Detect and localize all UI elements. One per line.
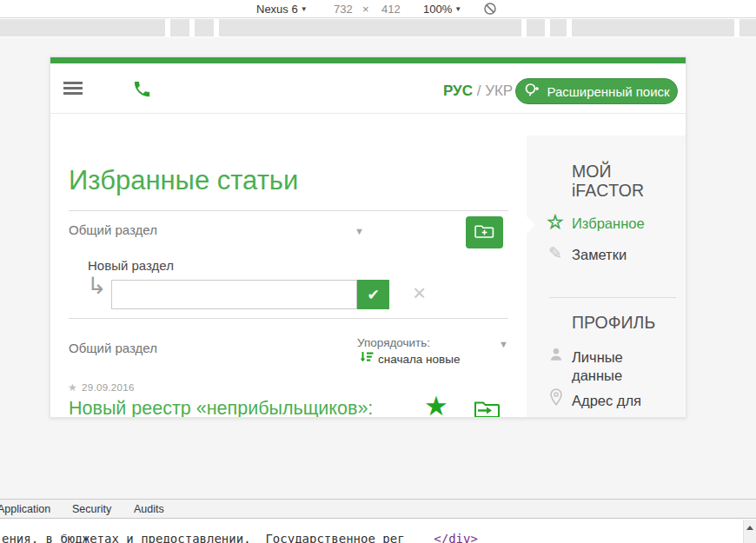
phone-icon[interactable] <box>132 79 152 103</box>
language-switcher: РУС / УКР <box>443 83 513 100</box>
article-date: 29.09.2016 <box>82 382 135 393</box>
brand-top-strip <box>50 57 686 63</box>
add-folder-button[interactable] <box>466 216 503 248</box>
zoom-select[interactable]: 100%▼ <box>423 3 461 16</box>
sort-descending-icon <box>360 350 374 368</box>
media-query-segment[interactable] <box>572 19 734 36</box>
tab-application[interactable]: Application <box>0 503 50 515</box>
section-dropdown-value: Общий раздел <box>69 222 157 237</box>
advanced-search-button[interactable]: Расширенный поиск <box>515 78 678 104</box>
sidebar-item-label: Личные данные <box>572 348 654 384</box>
menu-icon[interactable] <box>63 82 83 97</box>
scroll-up-arrow-icon[interactable] <box>746 526 753 530</box>
device-emulation-canvas: РУС / УКР Расширенный поиск Избранные ст… <box>0 37 756 499</box>
page-title: Избранные статьи <box>69 165 298 196</box>
sidebar-item-favorites[interactable]: ☆ Избранное <box>527 214 686 236</box>
dimension-multiply-label: × <box>362 3 369 16</box>
star-icon: ★ <box>68 381 77 394</box>
media-query-bar <box>0 19 756 36</box>
media-query-segment[interactable] <box>195 19 214 36</box>
media-query-segment[interactable] <box>219 19 521 36</box>
media-query-segment[interactable] <box>550 19 567 36</box>
chevron-down-icon[interactable]: ▼ <box>499 339 508 349</box>
scrollbar[interactable] <box>743 520 756 543</box>
sidebar-item-notes[interactable]: ✎ Заметки <box>527 245 686 268</box>
location-pin-icon <box>549 388 563 410</box>
divider <box>69 318 508 319</box>
closing-tag: </div> <box>434 532 478 543</box>
chevron-down-icon: ▼ <box>301 5 308 13</box>
new-section-label: Новый раздел <box>88 258 174 273</box>
check-icon: ✔ <box>367 286 379 304</box>
web-page: РУС / УКР Расширенный поиск Избранные ст… <box>50 56 686 418</box>
cancel-icon[interactable]: × <box>413 281 426 304</box>
sidebar-item-label: Заметки <box>572 247 627 263</box>
chevron-down-icon: ▼ <box>355 226 364 236</box>
viewport-width-field[interactable]: 732 <box>334 3 353 16</box>
confirm-button[interactable]: ✔ <box>357 280 389 309</box>
sidebar-item-label: Избранное <box>572 215 645 232</box>
device-toolbar: Nexus 6▼ 732 × 412 100%▼ <box>0 0 756 18</box>
divider <box>69 210 508 211</box>
lang-ukr-link[interactable]: УКР <box>485 83 513 99</box>
viewport-height-field[interactable]: 412 <box>381 3 401 16</box>
sort-label: Упорядочить: <box>357 336 430 349</box>
sidebar-my-header: МОЙ iFACTOR <box>572 162 644 201</box>
article-date-row: ★29.09.2016 <box>68 381 135 394</box>
person-icon <box>548 347 564 366</box>
sidebar-profile-header: ПРОФИЛЬ <box>572 313 655 332</box>
lang-rus-link[interactable]: РУС <box>443 83 473 99</box>
media-query-segment[interactable] <box>527 19 545 36</box>
search-plus-icon <box>523 82 540 102</box>
list-section-label: Общий раздел <box>69 341 157 355</box>
sidebar-item-personal-data[interactable]: Личные данные <box>527 347 686 381</box>
lang-separator: / <box>477 83 481 99</box>
sidebar-item-address[interactable]: Адрес для <box>527 391 686 414</box>
devtools-elements-panel: ения, в бюджетах и предоставлении. Госуд… <box>0 520 756 543</box>
rotate-viewport-icon[interactable] <box>483 2 497 19</box>
header-divider <box>50 113 686 114</box>
sort-dropdown-value: сначала новые <box>378 353 460 366</box>
indent-arrow-icon: ↳ <box>87 275 107 298</box>
sidebar-divider <box>549 297 676 298</box>
article-title-link[interactable]: Новый реестр «неприбыльщиков»: <box>69 398 373 418</box>
folder-plus-icon <box>474 222 494 242</box>
devtools-tab-bar: Application Security Audits <box>0 499 756 519</box>
move-to-folder-icon[interactable] <box>473 398 501 418</box>
pencil-icon: ✎ <box>548 243 562 263</box>
star-outline-icon: ☆ <box>547 211 564 234</box>
sort-dropdown[interactable]: сначала новые <box>360 350 460 368</box>
media-query-segment[interactable] <box>0 19 165 36</box>
dom-text-node: ения, в бюджетах и предоставлении. Госуд… <box>2 532 478 543</box>
chevron-down-icon: ▼ <box>454 5 461 13</box>
section-dropdown[interactable]: Общий раздел ▼ <box>69 222 364 242</box>
new-section-input[interactable] <box>111 280 357 309</box>
sidebar-item-label: Адрес для <box>572 393 641 409</box>
sidebar: МОЙ iFACTOR ☆ Избранное ✎ Заметки ПРОФИЛ… <box>527 136 686 418</box>
tab-audits[interactable]: Audits <box>134 503 164 515</box>
advanced-search-label: Расширенный поиск <box>547 84 669 99</box>
media-query-segment[interactable] <box>739 19 756 36</box>
media-query-segment[interactable] <box>170 19 189 36</box>
device-select[interactable]: Nexus 6▼ <box>256 3 308 16</box>
tab-security[interactable]: Security <box>72 503 111 515</box>
favorite-star-icon[interactable]: ★ <box>424 393 448 418</box>
